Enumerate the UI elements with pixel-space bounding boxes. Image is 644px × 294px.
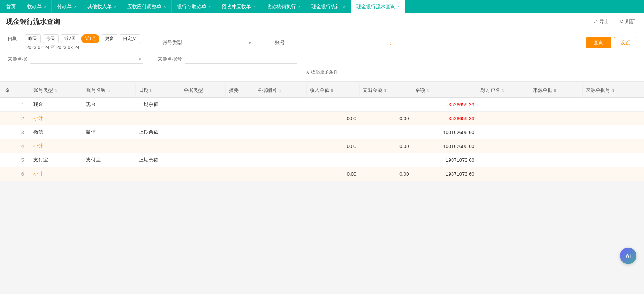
col-source-doc[interactable]: 来源单据⇅ (530, 83, 582, 98)
nav-item-7[interactable]: 现金银行统计 × (306, 0, 351, 13)
col-source-doc-no[interactable]: 来源单据号⇅ (582, 83, 644, 98)
cell-account-type: 小计 (30, 167, 83, 181)
sort-icon-expense: ⇅ (383, 88, 386, 93)
col-gear[interactable]: ⚙ (0, 83, 15, 98)
export-button[interactable]: ↗ 导出 (591, 17, 612, 27)
cell-counterpart (477, 98, 530, 112)
cell-doc-no (254, 139, 306, 153)
cell-doc-no (254, 167, 306, 181)
account-type-select[interactable]: 现金 微信 支付宝 (185, 38, 252, 47)
cell-source-doc-no (582, 139, 644, 153)
collapse-row[interactable]: ∧ 收起更多条件 (8, 67, 636, 77)
col-account-type[interactable]: 账号类型⇅ (30, 83, 83, 98)
date-btn-7days[interactable]: 近7天 (61, 34, 79, 43)
nav-item-2[interactable]: 其他收入单 × (82, 0, 122, 13)
nav-item-3[interactable]: 应收应付调整单 × (122, 0, 171, 13)
col-balance[interactable]: 余额⇅ (412, 83, 477, 98)
table-row: 2 小计 0.00 0.00 -3528659.33 (0, 112, 644, 125)
nav-home[interactable]: 首页 (0, 3, 22, 10)
col-date[interactable]: 日期⇅ (136, 83, 180, 98)
filter-area: 日期 昨天 今天 近7天 近1月 更多 自定义 2023-02-24 至 202… (0, 30, 644, 82)
date-btn-yesterday[interactable]: 昨天 (25, 34, 41, 43)
col-account-name[interactable]: 账号名称⇅ (83, 83, 135, 98)
cell-doc-no (254, 98, 306, 112)
close-icon-5[interactable]: × (253, 4, 255, 9)
cell-counterpart (477, 112, 530, 125)
cell-index: 3 (15, 125, 30, 139)
col-doc-no[interactable]: 单据编号⇅ (254, 83, 306, 98)
settings-button[interactable]: 设置 (614, 37, 636, 48)
cell-summary (226, 153, 254, 167)
close-icon-0[interactable]: × (44, 4, 46, 9)
source-doc-select-wrapper: ▾ (30, 55, 143, 64)
cell-gear (0, 139, 15, 153)
cell-account-type: 现金 (30, 98, 83, 112)
nav-item-4[interactable]: 银行存取款单 × (172, 0, 216, 13)
account-input[interactable] (291, 38, 381, 47)
export-icon: ↗ (594, 19, 598, 24)
cell-doc-type (180, 167, 226, 181)
refresh-icon: ↺ (620, 19, 624, 24)
cell-income: 0.00 (307, 112, 359, 125)
cell-gear (0, 167, 15, 181)
col-income[interactable]: 收入金额⇅ (307, 83, 359, 98)
cell-expense (359, 153, 412, 167)
source-doc-select[interactable] (30, 55, 143, 64)
close-icon-7[interactable]: × (343, 4, 345, 9)
sort-icon-income: ⇅ (330, 88, 333, 93)
date-btn-1month[interactable]: 近1月 (81, 34, 100, 43)
sort-icon-account-type: ⇅ (54, 88, 57, 93)
source-doc-no-input[interactable] (185, 55, 297, 64)
cell-account-name (83, 112, 135, 125)
cell-doc-no (254, 125, 306, 139)
cell-date: 上期余额 (136, 153, 180, 167)
cell-account-name (83, 139, 135, 153)
cell-index: 2 (15, 112, 30, 125)
close-icon-1[interactable]: × (74, 4, 76, 9)
col-doc-type: 单据类型 (180, 83, 226, 98)
nav-item-5[interactable]: 预收冲应收单 × (216, 0, 261, 13)
table-header: ⚙ 账号类型⇅ 账号名称⇅ 日期⇅ 单据类型 摘要 单据编号⇅ 收入金 (0, 83, 644, 98)
close-icon-2[interactable]: × (114, 4, 116, 9)
nav-item-8[interactable]: 现金银行流水查询 × (351, 0, 405, 13)
table-row: 6 小计 0.00 0.00 19871073.60 (0, 167, 644, 181)
date-btn-today[interactable]: 今天 (43, 34, 59, 43)
cell-doc-type (180, 153, 226, 167)
date-btn-more[interactable]: 更多 (102, 34, 117, 43)
cell-doc-type (180, 139, 226, 153)
cell-index: 1 (15, 98, 30, 112)
cell-index: 5 (15, 153, 30, 167)
close-icon-3[interactable]: × (164, 4, 166, 9)
filter-row-2: 来源单据 ▾ 来源单据号 (8, 55, 636, 64)
cell-date (136, 167, 180, 181)
cell-account-type: 小计 (30, 112, 83, 125)
cell-income (307, 153, 359, 167)
cell-income (307, 98, 359, 112)
table-container: ⚙ 账号类型⇅ 账号名称⇅ 日期⇅ 单据类型 摘要 单据编号⇅ 收入金 (0, 83, 644, 181)
cell-summary (226, 167, 254, 181)
cell-index: 4 (15, 139, 30, 153)
close-icon-8[interactable]: × (398, 4, 400, 9)
cell-source-doc (530, 125, 582, 139)
cell-account-type: 小计 (30, 139, 83, 153)
col-expense[interactable]: 支出金额⇅ (359, 83, 412, 98)
table-row: 3 微信 微信 上期余额 100102606.60 (0, 125, 644, 139)
top-nav: 首页 收款单 × 付款单 × 其他收入单 × 应收应付调整单 × 银行存取款单 … (0, 0, 644, 13)
col-counterpart[interactable]: 对方户名⇅ (477, 83, 530, 98)
nav-item-6[interactable]: 收款核销执行 × (261, 0, 306, 13)
close-icon-4[interactable]: × (209, 4, 211, 9)
table-body: 1 现金 现金 上期余额 -3528659.33 2 小计 0.00 0.00 … (0, 98, 644, 181)
cell-balance: 100102606.60 (412, 125, 477, 139)
query-button[interactable]: 查询 (586, 37, 611, 48)
close-icon-6[interactable]: × (298, 4, 300, 9)
date-label: 日期 (8, 36, 21, 42)
refresh-button[interactable]: ↺ 刷新 (617, 17, 638, 27)
nav-item-0[interactable]: 收款单 × (22, 0, 52, 13)
date-btn-custom[interactable]: 自定义 (120, 34, 140, 43)
cell-source-doc-no (582, 125, 644, 139)
cell-source-doc (530, 153, 582, 167)
nav-item-1[interactable]: 付款单 × (52, 0, 82, 13)
account-dots-button[interactable]: ... (384, 39, 393, 47)
source-doc-no-label: 来源单据号 (158, 56, 182, 63)
gear-icon[interactable]: ⚙ (5, 87, 10, 93)
